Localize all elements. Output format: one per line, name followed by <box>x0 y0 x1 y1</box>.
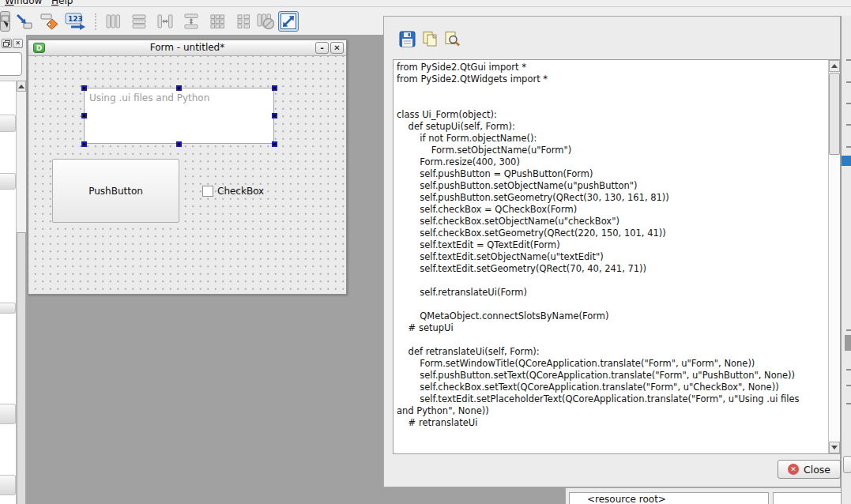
edit-signals-slots-icon <box>14 12 33 31</box>
textedit-widget[interactable]: Using .ui files and Python <box>84 88 274 144</box>
checkbox-indicator[interactable] <box>202 186 213 197</box>
pushbutton-label: PushButton <box>88 186 143 197</box>
form-window: D Form - untitled* - ✕ Using .ui files a… <box>28 39 347 295</box>
edit-buddies-icon <box>40 12 59 31</box>
edit-widgets-button[interactable] <box>0 11 10 32</box>
minimize-button[interactable]: - <box>315 42 329 54</box>
close-button-label: Close <box>804 464 830 476</box>
selection-handle[interactable] <box>81 113 87 118</box>
resource-files-panel[interactable] <box>773 492 851 504</box>
code-preview-dialog: from PySide2.QtGui import * from PySide2… <box>383 16 841 487</box>
widget-box-dock: ✕ <box>0 35 26 504</box>
pushbutton-widget[interactable]: PushButton <box>52 159 179 223</box>
dialog-close-button[interactable]: ✕ Close <box>778 460 841 479</box>
layout-horizontal-icon <box>104 12 122 31</box>
widget-category-row[interactable] <box>0 173 16 190</box>
arrow-up-icon <box>831 64 838 68</box>
break-layout-button[interactable] <box>254 11 275 32</box>
window-fragment <box>846 146 851 148</box>
selection-handle[interactable] <box>272 85 277 91</box>
dock-float-button[interactable] <box>2 39 12 48</box>
menu-item-help[interactable]: Help <box>51 0 73 6</box>
dock-close-button[interactable]: ✕ <box>13 39 23 48</box>
checkbox-label: CheckBox <box>217 186 264 197</box>
form-window-title: Form - untitled* <box>28 42 346 53</box>
layout-form-icon <box>234 12 253 31</box>
copy-button[interactable] <box>420 29 439 48</box>
layout-splitter-horizontal-button[interactable] <box>155 11 175 32</box>
qt-designer-screen: Window Help 123 <box>0 0 851 504</box>
window-fragment <box>846 81 851 83</box>
close-icon: ✕ <box>15 40 21 47</box>
layout-splitter-vertical-icon <box>182 12 201 31</box>
find-button[interactable] <box>442 29 461 48</box>
adjust-size-button[interactable] <box>278 11 299 32</box>
checkbox-widget[interactable]: CheckBox <box>202 175 282 207</box>
save-button[interactable] <box>397 29 416 48</box>
window-fragment <box>842 156 851 166</box>
widget-box-scrollbar[interactable] <box>16 81 26 504</box>
edit-buddies-button[interactable] <box>40 11 60 32</box>
selection-handle[interactable] <box>176 141 182 147</box>
copy-icon <box>422 31 439 47</box>
scrollbar-thumb[interactable] <box>829 73 840 155</box>
close-button[interactable]: ✕ <box>330 42 344 54</box>
scrollbar-thumb[interactable] <box>17 232 26 504</box>
toolbar-separator <box>95 13 96 30</box>
window-fragment <box>846 385 851 386</box>
window-fragment <box>846 124 851 126</box>
edit-tab-order-button[interactable]: 123 <box>64 11 88 32</box>
arrow-down-icon <box>831 446 838 449</box>
layout-vertical-icon <box>130 12 149 31</box>
widget-box-list[interactable] <box>0 81 16 504</box>
adjust-size-icon <box>279 12 298 31</box>
menu-bar: Window Help <box>0 0 851 7</box>
window-fragment <box>846 103 851 104</box>
resource-window: <resource root> <box>565 487 851 504</box>
layout-form-button[interactable] <box>233 11 254 32</box>
menu-item-window[interactable]: Window <box>5 0 42 6</box>
resource-root-label: <resource root> <box>587 494 666 504</box>
edit-tab-order-icon: 123 <box>65 12 87 31</box>
find-icon <box>444 31 461 47</box>
selection-handle[interactable] <box>272 141 277 147</box>
selection-handle[interactable] <box>81 85 87 91</box>
scroll-up-button[interactable] <box>829 60 840 72</box>
selection-handle[interactable] <box>272 113 277 118</box>
window-fragment <box>846 329 851 331</box>
right-edge-window-fragment <box>841 16 851 504</box>
scroll-up-button[interactable] <box>17 81 26 92</box>
code-scrollbar[interactable] <box>828 60 840 453</box>
layout-vertical-button[interactable] <box>129 11 149 32</box>
code-view[interactable]: from PySide2.QtGui import * from PySide2… <box>393 59 841 454</box>
edit-signals-slots-button[interactable] <box>13 11 34 32</box>
save-icon <box>399 31 416 47</box>
edit-widgets-icon <box>1 13 9 30</box>
window-fragment <box>843 456 851 473</box>
widget-category-row[interactable] <box>0 404 16 424</box>
window-fragment <box>846 403 851 404</box>
scroll-down-button[interactable] <box>829 442 840 453</box>
generated-code[interactable]: from PySide2.QtGui import * from PySide2… <box>397 62 827 453</box>
layout-grid-button[interactable] <box>207 11 228 32</box>
svg-text:123: 123 <box>68 15 83 23</box>
textedit-placeholder: Using .ui files and Python <box>89 92 209 103</box>
layout-splitter-horizontal-icon <box>156 12 175 31</box>
window-fragment <box>846 369 851 370</box>
window-fragment <box>846 59 851 61</box>
window-fragment <box>845 335 851 351</box>
layout-splitter-vertical-button[interactable] <box>181 11 201 32</box>
form-canvas[interactable]: Using .ui files and Python PushButton Ch… <box>28 56 346 294</box>
float-icon <box>3 40 10 47</box>
selection-handle[interactable] <box>81 141 87 147</box>
break-layout-icon <box>255 12 274 31</box>
form-titlebar[interactable]: D Form - untitled* - ✕ <box>28 40 346 56</box>
widget-filter-input[interactable] <box>0 52 22 76</box>
widget-category-row[interactable] <box>0 115 16 132</box>
layout-horizontal-button[interactable] <box>103 11 123 32</box>
widget-category-row[interactable] <box>0 475 16 495</box>
layout-grid-icon <box>208 12 227 31</box>
arrow-up-icon <box>18 85 24 88</box>
widget-category-row[interactable] <box>0 303 16 314</box>
selection-handle[interactable] <box>176 85 182 91</box>
